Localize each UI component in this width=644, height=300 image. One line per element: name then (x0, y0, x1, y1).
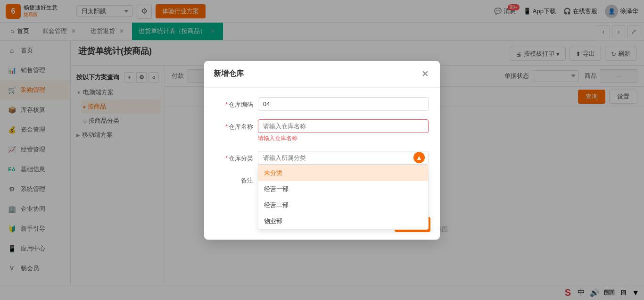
dialog-body: 仓库编码 仓库名称 请输入仓库名称 仓库分类 ▲ (204, 88, 440, 212)
dialog-overlay[interactable]: 新增仓库 ✕ 仓库编码 仓库名称 请输入仓库名称 仓库分类 (0, 0, 644, 300)
category-label: 仓库分类 (215, 151, 253, 163)
code-control (258, 97, 429, 111)
dialog-title: 新增仓库 (214, 69, 244, 79)
category-control: ▲ 未分类 经营一部 经营二部 物业部 (258, 151, 429, 165)
category-input[interactable] (258, 151, 429, 165)
name-error-tip: 请输入仓库名称 (258, 134, 429, 142)
dropdown-item-property[interactable]: 物业部 (258, 213, 428, 229)
dropdown-item-uncategorized[interactable]: 未分类 (258, 165, 428, 181)
note-label: 备注 (215, 173, 253, 185)
dropdown-item-dept1[interactable]: 经营一部 (258, 181, 428, 197)
code-input[interactable] (258, 97, 429, 111)
dropdown-arrow-button[interactable]: ▲ (413, 152, 425, 163)
code-label: 仓库编码 (215, 97, 253, 109)
form-row-code: 仓库编码 (215, 97, 429, 111)
dialog-header: 新增仓库 ✕ (204, 61, 440, 88)
form-row-name: 仓库名称 请输入仓库名称 (215, 119, 429, 142)
new-warehouse-dialog: 新增仓库 ✕ 仓库编码 仓库名称 请输入仓库名称 仓库分类 (204, 61, 440, 240)
form-row-category: 仓库分类 ▲ 未分类 经营一部 经营二部 物业部 (215, 151, 429, 165)
name-control: 请输入仓库名称 (258, 119, 429, 142)
name-label: 仓库名称 (215, 119, 253, 131)
dropdown-item-dept2[interactable]: 经营二部 (258, 197, 428, 213)
name-input[interactable] (258, 119, 429, 133)
category-dropdown-list: 未分类 经营一部 经营二部 物业部 (258, 165, 429, 230)
dialog-close-button[interactable]: ✕ (419, 68, 430, 80)
